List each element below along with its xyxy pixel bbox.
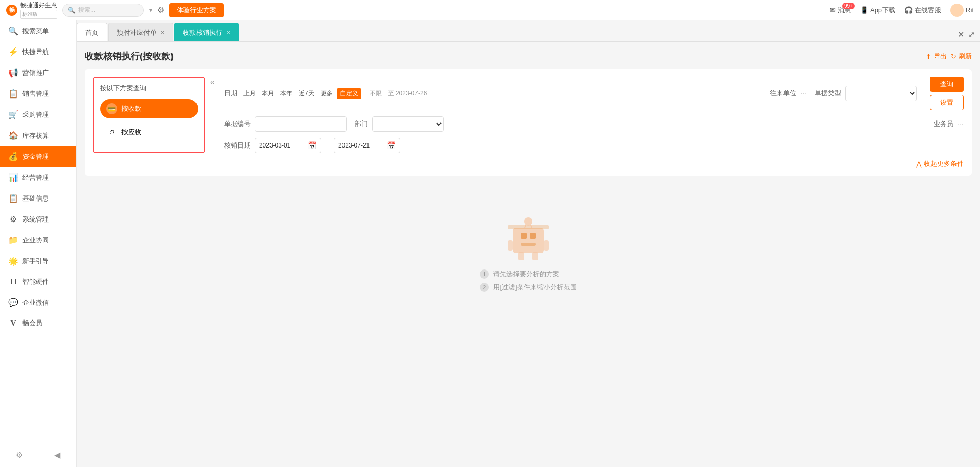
refresh-button[interactable]: ↻ 刷新 [951,52,972,61]
svg-rect-0 [513,228,544,253]
sidebar-item-hardware[interactable]: 🖥 智能硬件 [0,272,76,292]
settings-icon[interactable]: ⚙ [157,5,164,15]
search-box[interactable]: 🔍 搜索... [62,4,144,17]
doc-type-label: 单据类型 [815,89,841,98]
filter-row-2: 单据编号 部门 业务员 ··· [224,116,964,132]
empty-tip-2: 2 用[过滤]条件来缩小分析范围 [480,283,576,292]
verify-date-end-input[interactable]: 2023-07-21 📅 [334,138,400,153]
sidebar-item-quick-nav[interactable]: ⚡ 快捷导航 [0,41,76,62]
date-tab-last-month[interactable]: 上月 [241,88,258,99]
filter-option-by-receivable[interactable]: ⏱ 按应收 [100,122,198,142]
hardware-icon: 🖥 [8,277,18,286]
sidebar-settings-icon[interactable]: ⚙ [13,447,26,463]
date-tab-this-year[interactable]: 本年 [278,88,295,99]
sidebar-item-label: 搜索菜单 [22,27,49,36]
dropdown-chevron-icon[interactable]: ▾ [149,7,152,14]
sidebar-item-purchase[interactable]: 🛒 采购管理 [0,104,76,125]
tab-prepay[interactable]: 预付冲应付单 × [108,23,173,41]
tab-verify[interactable]: 收款核销执行 × [174,23,239,41]
date-tab-custom[interactable]: 自定义 [337,88,361,99]
collapse-more-icon: ⋀ [916,160,922,168]
collapse-more-button[interactable]: ⋀ 收起更多条件 [224,159,964,168]
guide-icon: 🌟 [8,256,18,266]
sidebar-item-label: 营销推广 [22,68,49,78]
query-button[interactable]: 查询 [930,77,964,92]
tab-prepay-close-icon[interactable]: × [161,29,164,36]
verify-date-field: 核销日期 2023-03-01 📅 — 2023-07-21 📅 [224,138,400,153]
page-content: 收款核销执行(按收款) ⬆ 导出 ↻ 刷新 按以下方 [77,42,980,467]
tab-maximize-button[interactable]: ⤢ [968,30,975,39]
sidebar-item-finance[interactable]: 💰 资金管理 [0,146,76,167]
sidebar-item-marketing[interactable]: 📢 营销推广 [0,62,76,83]
date-unlimited-label: 不限 [370,89,382,98]
date-tab-this-month[interactable]: 本月 [260,88,276,99]
filter-collapse-button[interactable]: « [207,77,218,88]
online-service-button[interactable]: 🎧 在线客服 [904,6,941,15]
filter-scheme-panel: 按以下方案查询 💳 按收款 ⏱ 按应收 [93,77,205,153]
sidebar-item-label: 销售管理 [22,89,49,99]
dept-select[interactable] [372,116,444,132]
dept-field: 部门 [355,116,444,132]
sidebar-item-label: 企业协同 [22,236,49,245]
sidebar-item-search-menu[interactable]: 🔍 搜索菜单 [0,20,76,41]
filter-option-by-receipt[interactable]: 💳 按收款 [100,99,198,118]
filter-row-3: 核销日期 2023-03-01 📅 — 2023-07-21 📅 [224,138,964,153]
solution-button[interactable]: 体验行业方案 [169,3,224,17]
sidebar-item-guide[interactable]: 🌟 新手引导 [0,251,76,272]
empty-tip-1-text: 请先选择要分析的方案 [493,269,559,279]
sidebar-item-label: 资金管理 [22,152,49,161]
sidebar-item-basic-info[interactable]: 📋 基础信息 [0,188,76,209]
cooperation-icon: 📁 [8,235,18,245]
tab-home[interactable]: 首页 [77,23,107,41]
edition-tag: 标准版 [20,10,57,19]
empty-tip-2-text: 用[过滤]条件来缩小分析范围 [493,283,576,292]
sidebar-item-label: 库存核算 [22,131,49,140]
sidebar-item-system[interactable]: ⚙ 系统管理 [0,209,76,230]
sidebar-item-business[interactable]: 📊 经营管理 [0,167,76,188]
tip-num-1: 1 [480,269,489,279]
message-button[interactable]: ✉ 消息 99+ [830,6,851,15]
logo-icon: 畅 [6,5,17,16]
inventory-icon: 🏠 [8,131,18,140]
sales-icon: 📋 [8,89,18,99]
svg-rect-3 [521,243,536,246]
content-area: 首页 预付冲应付单 × 收款核销执行 × ✕ ⤢ 收款核销执行(按收款) [77,20,980,467]
date-label: 日期 [224,89,237,98]
filter-scheme-title: 按以下方案查询 [100,84,198,93]
verify-date-start-input[interactable]: 2023-03-01 📅 [255,138,321,153]
sidebar-item-sales[interactable]: 📋 销售管理 [0,83,76,104]
sidebar-item-member[interactable]: V 畅会员 [0,313,76,333]
export-button[interactable]: ⬆ 导出 [926,52,947,61]
system-icon: ⚙ [8,214,18,224]
sidebar-item-inventory[interactable]: 🏠 库存核算 [0,125,76,146]
verify-date-start-value: 2023-03-01 [259,142,290,149]
counterpart-field: 往来单位 ··· [770,89,806,98]
sidebar-item-cooperation[interactable]: 📁 企业协同 [0,230,76,251]
sidebar-collapse-icon[interactable]: ◀ [51,447,63,463]
app-icon: 📱 [860,6,868,14]
filter-row-1: 日期 上月 本月 本年 近7天 更多 自定义 不限 [224,77,964,110]
search-placeholder: 搜索... [78,6,95,14]
filter-option-receivable-label: 按应收 [121,128,141,137]
doc-type-select[interactable] [845,86,917,101]
empty-state: 1 请先选择要分析的方案 2 用[过滤]条件来缩小分析范围 [85,176,972,329]
page-title: 收款核销执行(按收款) [85,50,174,62]
tab-verify-close-icon[interactable]: × [227,29,230,36]
sidebar-item-label: 智能硬件 [22,277,49,286]
salesperson-dots: ··· [958,120,964,128]
doc-no-input[interactable] [255,116,347,132]
tab-home-label: 首页 [85,28,99,37]
receivable-icon: ⏱ [106,127,117,138]
settings-button[interactable]: 设置 [930,95,964,110]
date-tab-7days[interactable]: 近7天 [297,88,316,99]
tab-close-all-button[interactable]: ✕ [958,30,964,39]
sidebar-item-label: 经营管理 [22,173,49,182]
user-avatar[interactable]: Rit [950,4,974,17]
date-unlimited-info: 不限 至 2023-07-26 [370,89,427,98]
date-field: 日期 上月 本月 本年 近7天 更多 自定义 [224,88,361,99]
service-label: 在线客服 [915,6,941,15]
date-tab-more[interactable]: 更多 [318,88,335,99]
app-download-button[interactable]: 📱 App下载 [860,6,895,15]
sidebar-item-wechat[interactable]: 💬 企业微信 [0,292,76,313]
empty-tips: 1 请先选择要分析的方案 2 用[过滤]条件来缩小分析范围 [480,269,576,292]
